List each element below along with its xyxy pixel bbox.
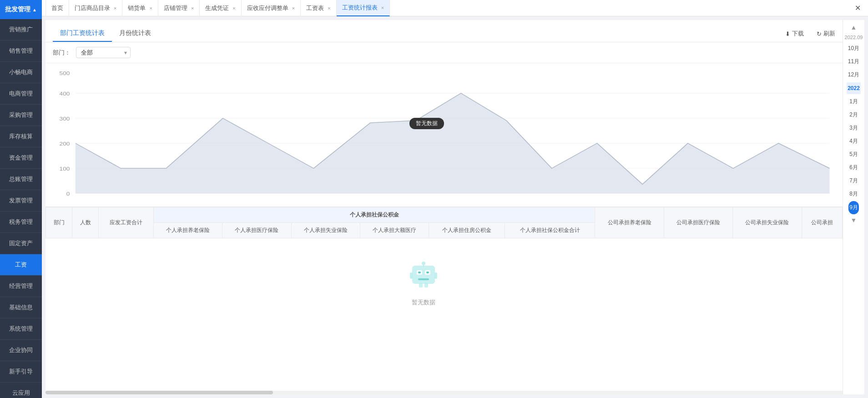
sidebar-item-purchase[interactable]: 采购管理: [0, 105, 42, 126]
sidebar-title[interactable]: 批发管理 ▲: [0, 0, 42, 19]
empty-state: 暂无数据: [46, 238, 802, 325]
date-nav-up[interactable]: ▲: [849, 22, 859, 33]
tab-label-store-catalog: 门店商品目录: [75, 4, 110, 12]
tab-close-ar-ap[interactable]: ×: [292, 5, 295, 11]
sidebar-item-operations[interactable]: 经营管理: [0, 276, 42, 297]
scrollbar-area[interactable]: [45, 391, 843, 394]
sidebar-item-sales[interactable]: 销售管理: [0, 40, 42, 62]
tab-label-home: 首页: [51, 4, 63, 12]
tab-close-produce-cert[interactable]: ×: [232, 5, 235, 11]
dept-filter-label: 部门：: [53, 49, 71, 57]
svg-text:200: 200: [60, 141, 70, 146]
svg-rect-15: [418, 272, 421, 273]
date-month-2[interactable]: 2月: [847, 108, 861, 121]
sidebar-item-finance[interactable]: 资金管理: [0, 147, 42, 169]
tab-salary-table[interactable]: 工资表×: [301, 0, 336, 16]
no-data-tooltip: 暂无数据: [409, 118, 444, 129]
sidebar-item-tax[interactable]: 税务管理: [0, 212, 42, 233]
tab-label-salary-table: 工资表: [306, 4, 324, 12]
sidebar-item-basic-info[interactable]: 基础信息: [0, 297, 42, 318]
tab-sales-order[interactable]: 销货单×: [122, 0, 158, 16]
tab-label-produce-cert: 生成凭证: [205, 4, 229, 12]
date-month-5[interactable]: 5月: [847, 148, 861, 161]
sidebar-title-label: 批发管理: [5, 5, 30, 14]
date-month-10[interactable]: 10月: [847, 42, 861, 55]
svg-rect-16: [426, 272, 429, 273]
date-month-3[interactable]: 3月: [847, 121, 861, 135]
download-label: 下载: [792, 30, 804, 38]
refresh-icon: ↻: [817, 30, 822, 37]
sub-tab-bar: 部门工资统计表月份统计表 ⬇ 下载 ↻ 刷新: [45, 20, 843, 42]
tab-ar-ap[interactable]: 应收应付调整单×: [242, 0, 301, 16]
col-personal-total: 个人承担社保公积金合计: [505, 223, 595, 238]
date-month-1[interactable]: 1月: [847, 95, 861, 108]
refresh-label: 刷新: [823, 30, 835, 38]
tab-produce-cert[interactable]: 生成凭证×: [200, 0, 241, 16]
filter-row: 部门： 全部销售部财务部人事部技术部: [45, 42, 843, 63]
tab-home[interactable]: 首页: [45, 0, 69, 16]
tab-close-sales-order[interactable]: ×: [149, 5, 152, 11]
tab-salary-report[interactable]: 工资统计报表×: [337, 0, 390, 16]
tab-store-mgmt[interactable]: 店铺管理×: [158, 0, 200, 16]
scrollbar-thumb: [45, 391, 273, 394]
svg-rect-18: [410, 272, 413, 279]
svg-text:500: 500: [60, 71, 70, 76]
table-area[interactable]: 部门 人数 应发工资合计 个人承担社保公积金 公司承担养老保险 公司承担医疗保险…: [45, 207, 843, 391]
sidebar-collapse-icon: ▲: [32, 7, 37, 12]
date-nav-down[interactable]: ▼: [849, 215, 859, 226]
date-panel-year: 2022.09: [844, 33, 864, 42]
svg-text:100: 100: [60, 166, 70, 171]
sidebar-item-ecommerce[interactable]: 电商管理: [0, 83, 42, 105]
sidebar-item-invoice[interactable]: 发票管理: [0, 190, 42, 212]
sidebar-items: 营销推广销售管理小畅电商电商管理采购管理库存核算资金管理总账管理发票管理税务管理…: [0, 19, 42, 398]
col-salary-total: 应发工资合计: [99, 207, 153, 238]
col-count: 人数: [72, 207, 99, 238]
date-month-4[interactable]: 4月: [847, 135, 861, 148]
sidebar-item-system[interactable]: 系统管理: [0, 318, 42, 340]
dept-filter-wrap: 全部销售部财务部人事部技术部: [76, 47, 131, 58]
sidebar-item-salary[interactable]: 工资: [0, 254, 42, 276]
date-month-8[interactable]: 8月: [847, 187, 861, 201]
date-month-12[interactable]: 12月: [847, 68, 861, 81]
date-month-11[interactable]: 11月: [847, 55, 861, 68]
sidebar-item-guide[interactable]: 新手引导: [0, 361, 42, 383]
svg-rect-20: [419, 283, 423, 287]
sidebar-item-marketing[interactable]: 营销推广: [0, 19, 42, 40]
date-month-7[interactable]: 7月: [847, 174, 861, 187]
col-company-other: 公司承担: [802, 207, 842, 238]
tab-close-salary-report[interactable]: ×: [381, 5, 384, 10]
svg-point-22: [422, 262, 425, 265]
sidebar-item-ecommerce-small[interactable]: 小畅电商: [0, 62, 42, 83]
col-personal-medical: 个人承担医疗保险: [222, 223, 291, 238]
dept-filter-select[interactable]: 全部销售部财务部人事部技术部: [76, 47, 131, 58]
toolbar: ⬇ 下载 ↻ 刷新: [785, 30, 835, 38]
tab-close-store-catalog[interactable]: ×: [114, 5, 116, 11]
tab-label-salary-report: 工资统计报表: [342, 4, 378, 12]
sidebar-item-accounting[interactable]: 总账管理: [0, 169, 42, 190]
sidebar-item-enterprise[interactable]: 企业协同: [0, 340, 42, 361]
tab-close-store-mgmt[interactable]: ×: [191, 5, 194, 11]
sub-tab-dept-stat[interactable]: 部门工资统计表: [53, 25, 112, 42]
tab-store-catalog[interactable]: 门店商品目录×: [69, 0, 122, 16]
sidebar-item-cloud[interactable]: 云应用: [0, 383, 42, 398]
sub-tab-month-stat[interactable]: 月份统计表: [112, 25, 158, 42]
sidebar-item-inventory[interactable]: 库存核算: [0, 126, 42, 147]
date-month-active[interactable]: 9月: [848, 201, 859, 214]
svg-text:400: 400: [60, 91, 70, 96]
col-company-medical: 公司承担医疗保险: [664, 207, 732, 238]
tab-bar-right: ✕: [851, 4, 864, 12]
download-button[interactable]: ⬇ 下载: [785, 30, 804, 38]
svg-text:0: 0: [66, 191, 70, 196]
svg-rect-17: [418, 278, 429, 280]
empty-icon: [405, 257, 442, 293]
sidebar-item-fixed-assets[interactable]: 固定资产: [0, 233, 42, 254]
sidebar: 批发管理 ▲ 营销推广销售管理小畅电商电商管理采购管理库存核算资金管理总账管理发…: [0, 0, 42, 398]
chart-svg: 0 100 200 300 400 500: [53, 71, 835, 198]
col-personal-insurance-header: 个人承担社保公积金: [153, 207, 595, 223]
tab-close-salary-table[interactable]: ×: [328, 5, 330, 11]
date-entries: 10月11月12月20221月2月3月4月5月6月7月8月9月: [847, 42, 861, 215]
col-personal-major-medical: 个人承担大额医疗: [360, 223, 429, 238]
refresh-button[interactable]: ↻ 刷新: [817, 30, 835, 38]
tab-bar-close-icon[interactable]: ✕: [851, 4, 864, 12]
date-month-6[interactable]: 6月: [847, 161, 861, 174]
